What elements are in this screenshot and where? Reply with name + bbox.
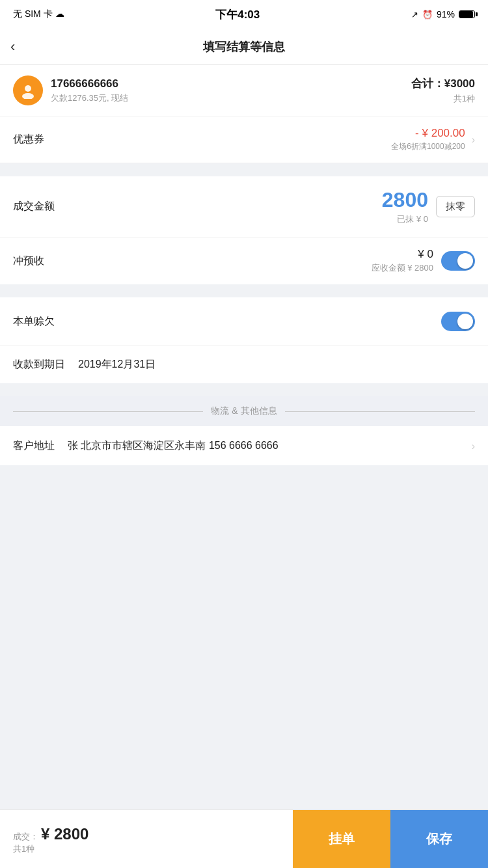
main-content: 17666666666 欠款1276.35元, 现结 合计：¥3000 共1种 … (0, 65, 488, 667)
bottom-summary-amount: ¥ 2800 (41, 825, 88, 843)
duedate-row: 收款到期日 2019年12月31日 (0, 346, 488, 383)
bottom-summary: 成交： ¥ 2800 共1种 (0, 824, 293, 855)
save-button[interactable]: 保存 (390, 810, 488, 869)
deal-value: 2800 (382, 188, 428, 212)
battery-fill (459, 11, 473, 18)
prepay-value: ¥ 0 (372, 248, 433, 261)
battery-icon (459, 10, 475, 18)
back-button[interactable]: ‹ (5, 33, 20, 61)
debt-toggle[interactable] (441, 312, 475, 331)
divider-2 (0, 291, 488, 297)
status-right: ↗ ⏰ 91% (411, 9, 475, 20)
address-label: 客户地址 (13, 439, 55, 453)
svg-point-0 (25, 85, 31, 92)
customer-right: 合计：¥3000 共1种 (411, 76, 475, 105)
header-line-left (13, 411, 203, 412)
deal-card: 成交金额 2800 已抹 ¥ 0 抹零 冲预收 ¥ 0 应收金额 ¥ 2800 (0, 176, 488, 284)
coupon-right: - ¥ 200.00 全场6折满1000减200 › (391, 127, 475, 152)
coupon-desc: 全场6折满1000减200 (391, 141, 465, 152)
deal-value-col: 2800 已抹 ¥ 0 (382, 188, 428, 225)
status-bar: 无 SIM 卡 ☁ 下午4:03 ↗ ⏰ 91% (0, 0, 488, 29)
customer-card: 17666666666 欠款1276.35元, 现结 合计：¥3000 共1种 … (0, 65, 488, 163)
bottom-count-label: 共1种 (13, 843, 280, 855)
deal-right: 2800 已抹 ¥ 0 抹零 (382, 188, 475, 225)
location-icon: ↗ (411, 10, 418, 20)
divider-1 (0, 170, 488, 176)
svg-point-1 (22, 93, 34, 99)
coupon-row[interactable]: 优惠券 - ¥ 200.00 全场6折满1000减200 › (0, 116, 488, 163)
avatar (13, 75, 43, 105)
address-value: 张 北京市市辖区海淀区永丰南 156 6666 6666 (68, 438, 467, 454)
divider-4 (0, 472, 488, 602)
debt-label: 本单赊欠 (13, 315, 55, 329)
prepay-label: 冲预收 (13, 254, 44, 268)
prepay-row: 冲预收 ¥ 0 应收金额 ¥ 2800 (0, 237, 488, 284)
pending-button[interactable]: 挂单 (293, 810, 390, 869)
address-chevron-icon: › (472, 441, 475, 452)
bottom-summary-label: 成交： (13, 831, 38, 843)
round-button[interactable]: 抹零 (436, 196, 475, 217)
page-title: 填写结算等信息 (203, 39, 285, 55)
prepay-right: ¥ 0 应收金额 ¥ 2800 (372, 248, 475, 274)
deal-amount-row: 成交金额 2800 已抹 ¥ 0 抹零 (0, 176, 488, 237)
customer-phone: 17666666666 (51, 77, 128, 90)
divider-3 (0, 390, 488, 396)
prepay-toggle[interactable] (441, 251, 475, 271)
coupon-right-text: - ¥ 200.00 全场6折满1000减200 (391, 127, 465, 152)
battery-percent: 91% (437, 9, 455, 20)
coupon-chevron-icon: › (472, 134, 475, 146)
deal-sub: 已抹 ¥ 0 (382, 213, 428, 225)
total-count: 共1种 (411, 93, 475, 105)
alarm-icon: ⏰ (422, 10, 433, 20)
customer-left: 17666666666 欠款1276.35元, 现结 (13, 75, 128, 105)
deal-label: 成交金额 (13, 200, 55, 213)
debt-row: 本单赊欠 (0, 297, 488, 346)
address-card: 客户地址 张 北京市市辖区海淀区永丰南 156 6666 6666 › (0, 426, 488, 465)
customer-info: 17666666666 欠款1276.35元, 现结 (51, 77, 128, 104)
customer-row: 17666666666 欠款1276.35元, 现结 合计：¥3000 共1种 (0, 65, 488, 116)
bottom-bar: 成交： ¥ 2800 共1种 挂单 保存 (0, 809, 488, 868)
logistics-label: 物流 & 其他信息 (211, 405, 277, 417)
debt-card: 本单赊欠 收款到期日 2019年12月31日 (0, 297, 488, 383)
sim-label: 无 SIM 卡 ☁ (13, 8, 64, 20)
status-time: 下午4:03 (215, 7, 260, 22)
coupon-label: 优惠券 (13, 133, 44, 146)
total-amount: 合计：¥3000 (411, 76, 475, 91)
header-line-right (285, 411, 475, 412)
prepay-sub: 应收金额 ¥ 2800 (372, 262, 433, 274)
coupon-value: - ¥ 200.00 (391, 127, 465, 140)
customer-sub: 欠款1276.35元, 现结 (51, 92, 128, 104)
duedate-value: 2019年12月31日 (78, 358, 156, 372)
nav-bar: ‹ 填写结算等信息 (0, 29, 488, 65)
prepay-value-col: ¥ 0 应收金额 ¥ 2800 (372, 248, 433, 274)
address-row[interactable]: 客户地址 张 北京市市辖区海淀区永丰南 156 6666 6666 › (0, 426, 488, 465)
duedate-label: 收款到期日 (13, 358, 65, 372)
status-left: 无 SIM 卡 ☁ (13, 8, 64, 20)
logistics-section-header: 物流 & 其他信息 (0, 396, 488, 426)
